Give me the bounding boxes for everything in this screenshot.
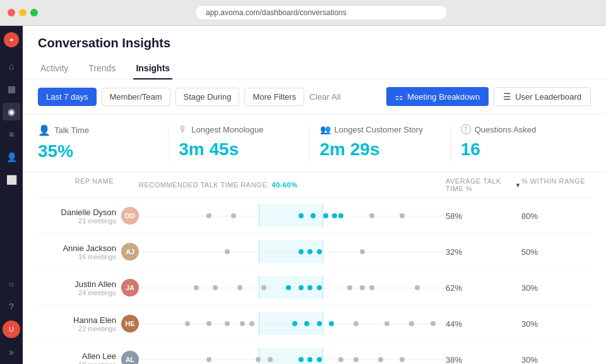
sidebar-item-person[interactable]: 👤 — [3, 148, 20, 166]
dot-gray — [360, 285, 365, 290]
sidebar-item-home[interactable]: ⌂ — [3, 57, 20, 75]
rep-meetings: 18 meetings — [78, 361, 116, 365]
dot-teal — [317, 357, 322, 362]
tab-insights[interactable]: Insights — [133, 58, 172, 79]
dot-gray — [378, 357, 383, 362]
stage-during-button[interactable]: Stage During — [175, 88, 240, 106]
table-row: Annie Jackson16 meetingsAJ32%50% — [38, 234, 591, 270]
dot-gray — [354, 357, 359, 362]
member-team-button[interactable]: Member/Team — [102, 88, 170, 106]
questions-icon: ? — [461, 124, 471, 134]
rep-info: Annie Jackson16 meetings — [62, 244, 116, 261]
maximize-dot[interactable] — [30, 9, 38, 16]
metrics-row: 👤 Talk Time 35% 🎙 Longest Monologue 3m 4… — [23, 114, 606, 172]
avatar: JA — [121, 279, 139, 296]
dot-gray — [338, 357, 343, 362]
dot-gray — [256, 357, 261, 362]
app-logo: ✦ — [4, 32, 19, 47]
sidebar-item-list[interactable]: ≡ — [3, 126, 20, 143]
col-range: RECOMMENDED TALK TIME RANGE: 40-60% — [139, 177, 446, 192]
dot-gray — [249, 321, 254, 326]
dot-gray — [347, 285, 352, 290]
dot-teal — [304, 321, 309, 326]
dot-gray — [231, 213, 236, 218]
dot-gray — [206, 357, 211, 362]
dot-gray — [400, 357, 405, 362]
sidebar: ✦ ⌂ ▦ ◉ ≡ 👤 ⬜ ○ ? U » — [0, 26, 23, 364]
dot-chart — [139, 240, 446, 263]
dot-teal — [299, 213, 304, 218]
sidebar-item-help[interactable]: ? — [3, 298, 20, 315]
rep-cell: Annie Jackson16 meetingsAJ — [38, 243, 139, 261]
metric-talk-time: 👤 Talk Time 35% — [38, 124, 169, 161]
col-rep-name: REP NAME — [38, 177, 139, 192]
more-filters-button[interactable]: More Filters — [244, 88, 304, 106]
close-dot[interactable] — [8, 9, 15, 16]
avatar: AJ — [121, 243, 139, 261]
rep-name: Justin Allen — [74, 279, 116, 289]
dot-gray — [431, 321, 436, 326]
app-container: ✦ ⌂ ▦ ◉ ≡ 👤 ⬜ ○ ? U » Conversation Insig… — [0, 26, 606, 364]
table-row: Hanna Elen22 meetingsHE44%30% — [38, 306, 591, 342]
within-range-value: 50% — [521, 247, 591, 257]
dot-gray — [194, 285, 199, 290]
dot-gray — [225, 321, 230, 326]
table-row: Justin Allen24 meetingsJA62%30% — [38, 270, 591, 306]
customer-story-value: 2m 29s — [320, 139, 440, 160]
rep-info: Allen Lee18 meetings — [78, 351, 116, 365]
date-range-button[interactable]: Last 7 days — [38, 88, 97, 106]
within-range-value: 30% — [521, 355, 591, 365]
leaderboard-icon: ☰ — [503, 91, 511, 102]
page-header: Conversation Insights Activity Trends In… — [23, 26, 606, 79]
dot-gray — [225, 249, 230, 254]
rep-info: Danielle Dyson21 meetings — [61, 208, 116, 225]
within-range-value: 30% — [521, 283, 591, 293]
dot-gray — [237, 285, 242, 290]
minimize-dot[interactable] — [19, 9, 27, 16]
avg-talk-value: 38% — [446, 355, 521, 365]
dot-teal — [307, 285, 312, 290]
browser-dots — [8, 9, 38, 16]
dot-teal — [292, 321, 297, 326]
dot-gray — [213, 285, 218, 290]
col-avg-talk[interactable]: AVERAGE TALK TIME % ▼ — [446, 177, 521, 192]
data-table: REP NAME RECOMMENDED TALK TIME RANGE: 40… — [23, 172, 606, 364]
sidebar-item-calendar[interactable]: ▦ — [3, 80, 20, 98]
sidebar-item-avatar[interactable]: U — [3, 320, 20, 338]
tab-trends[interactable]: Trends — [86, 58, 118, 79]
dot-gray — [268, 357, 273, 362]
dot-gray — [360, 249, 365, 254]
rep-meetings: 16 meetings — [62, 253, 116, 261]
user-leaderboard-button[interactable]: ☰ User Leaderboard — [494, 87, 591, 106]
rep-name: Hanna Elen — [73, 315, 116, 325]
sidebar-item-expand[interactable]: » — [3, 343, 20, 361]
rep-cell: Danielle Dyson21 meetingsDD — [38, 207, 139, 225]
col-within-range: % WITHIN RANGE — [521, 177, 591, 192]
breakdown-icon: ⚏ — [395, 91, 403, 102]
dot-gray — [261, 285, 266, 290]
dot-gray — [185, 321, 190, 326]
monologue-icon: 🎙 — [179, 124, 187, 134]
sidebar-item-chart[interactable]: ◉ — [3, 103, 20, 120]
chart-baseline — [139, 288, 446, 288]
avg-talk-value: 58% — [446, 211, 521, 221]
dot-teal — [338, 213, 343, 218]
clear-all-button[interactable]: Clear All — [309, 92, 341, 102]
dot-teal — [317, 321, 322, 326]
talk-time-value: 35% — [38, 141, 158, 161]
rep-info: Hanna Elen22 meetings — [73, 315, 116, 332]
tab-activity[interactable]: Activity — [38, 58, 71, 79]
sidebar-item-building[interactable]: ⬜ — [3, 171, 20, 189]
url-bar[interactable]: app.avoma.com/dashboard/conversations — [195, 5, 448, 20]
sidebar-item-user-circle[interactable]: ○ — [3, 275, 20, 293]
monologue-value: 3m 45s — [179, 139, 299, 160]
avatar: DD — [121, 207, 139, 225]
dot-gray — [415, 285, 420, 290]
page-title: Conversation Insights — [38, 36, 591, 50]
rep-info: Justin Allen24 meetings — [74, 279, 116, 296]
dot-teal — [286, 285, 291, 290]
dot-teal — [332, 213, 337, 218]
dot-teal — [317, 249, 322, 254]
dot-gray — [369, 213, 374, 218]
meeting-breakdown-button[interactable]: ⚏ Meeting Breakdown — [386, 87, 489, 106]
